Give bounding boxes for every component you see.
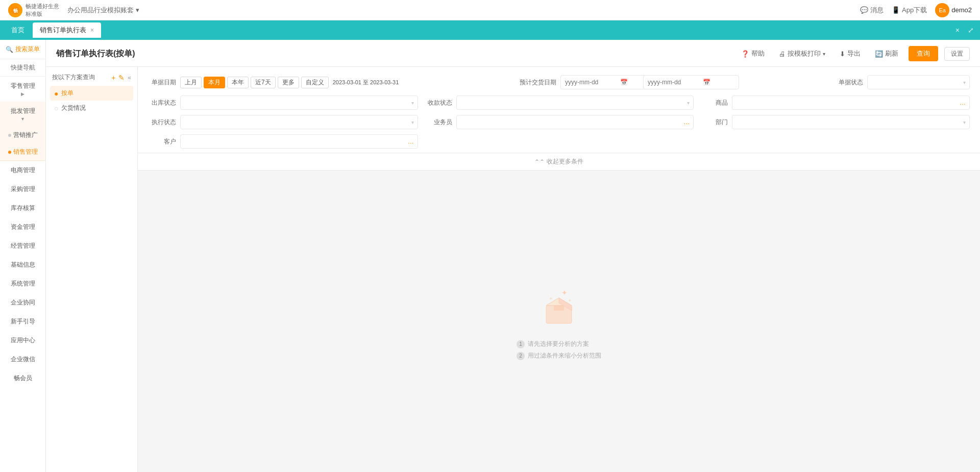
salesperson-input[interactable] [456, 115, 694, 129]
scheme-by-order[interactable]: ● 按单 [50, 86, 133, 101]
svg-text:✦: ✦ [568, 298, 572, 303]
main-content-split: 按以下方案查询 + ✎ « ● 按单 [46, 67, 980, 472]
help-button[interactable]: ❓ 帮助 [737, 47, 769, 60]
help-label: 帮助 [751, 49, 765, 58]
search-icon: 🔍 [6, 46, 13, 53]
sidebar-item-app-center[interactable]: 应用中心 [0, 331, 45, 350]
by-owe-label: 欠货情况 [61, 104, 86, 112]
app-download-action[interactable]: 📱 App下载 [892, 6, 927, 15]
sidebar-item-finance[interactable]: 资金管理 [0, 218, 45, 237]
filter-row-3: 执行状态 ▾ 业务员 … [148, 115, 970, 129]
search-menu[interactable]: 🔍 搜索菜单 [0, 40, 45, 59]
main-layout: 🔍 搜索菜单 快捷导航 零售管理 ▶ 批发管理 ▼ 营销推广 销售管理 [0, 40, 980, 472]
app-center-label: 应用中心 [11, 336, 35, 345]
department-select[interactable] [732, 115, 970, 129]
active-tab-label: 销售订单执行表 [40, 26, 86, 35]
company-arrow-icon: ▾ [136, 6, 139, 14]
sidebar-item-wholesale[interactable]: 批发管理 ▼ [0, 102, 45, 127]
print-label: 按模板打印 [788, 49, 821, 58]
close-tab-icon[interactable]: × [90, 27, 94, 34]
tip-item-1: 1 请先选择要分析的方案 [517, 340, 601, 348]
enterprise-label: 企业协同 [11, 298, 35, 307]
collapse-panel-button[interactable]: « [128, 74, 131, 82]
sidebar-item-operation[interactable]: 经营管理 [0, 237, 45, 255]
expected-date-to[interactable] [643, 75, 739, 89]
expected-date-label: 预计交货日期 [520, 78, 556, 87]
collapse-more-bar[interactable]: ⌃⌃ 收起更多条件 [138, 153, 980, 171]
add-icon: + [111, 74, 115, 82]
maximize-icon[interactable]: ⤢ [966, 24, 976, 36]
order-status-select[interactable] [867, 75, 970, 89]
edit-scheme-button[interactable]: ✎ [118, 74, 125, 82]
stock-status-select[interactable] [180, 96, 418, 110]
date-btn-custom[interactable]: 自定义 [301, 77, 329, 88]
by-order-icon: ● [54, 89, 58, 98]
sidebar-item-retail[interactable]: 零售管理 ▶ [0, 77, 45, 102]
tab-home[interactable]: 首页 [4, 22, 32, 38]
filter-customer: 客户 … [148, 134, 418, 149]
sidebar-item-basic[interactable]: 基础信息 [0, 255, 45, 274]
stock-status-label: 出库状态 [148, 99, 176, 107]
newbie-label: 新手引导 [11, 317, 35, 326]
filter-date-row: 单据日期 上月 本月 本年 近7天 更多 自定义 2023-03-01 至 20… [148, 75, 970, 89]
user-profile[interactable]: Ea demo2 [935, 3, 972, 17]
sidebar-quick-nav-section: 快捷导航 [0, 59, 45, 77]
sidebar-item-marketing[interactable]: 营销推广 [0, 127, 45, 144]
date-btn-this-year[interactable]: 本年 [227, 77, 249, 88]
print-button[interactable]: 🖨 按模板打印 ▾ [775, 47, 829, 60]
message-action[interactable]: 💬 消息 [860, 6, 884, 15]
svg-text:✦: ✦ [549, 296, 553, 301]
sales-label: 销售管理 [13, 148, 38, 156]
left-filter-header: 按以下方案查询 + ✎ « [50, 73, 133, 82]
sidebar-item-newbie[interactable]: 新手引导 [0, 312, 45, 331]
inventory-label: 库存核算 [11, 204, 35, 213]
app-download-label: App下载 [902, 6, 927, 15]
export-button[interactable]: ⬇ 导出 [836, 47, 865, 60]
collapse-more-button[interactable]: ⌃⌃ 收起更多条件 [534, 157, 583, 166]
receipt-status-select[interactable] [456, 96, 694, 110]
company-selector[interactable]: 办公用品行业模拟账套 ▾ [63, 6, 143, 15]
system-label: 系统管理 [11, 279, 35, 288]
calendar-from-icon: 📅 [620, 79, 628, 86]
sidebar-item-inventory[interactable]: 库存核算 [0, 199, 45, 218]
sidebar-item-member[interactable]: 畅会员 [0, 369, 45, 388]
marketing-label: 营销推广 [13, 131, 38, 139]
sidebar-item-enterprise[interactable]: 企业协同 [0, 293, 45, 312]
close-window-icon[interactable]: × [953, 24, 962, 36]
exec-status-select[interactable] [180, 115, 418, 129]
refresh-label: 刷新 [885, 49, 898, 58]
query-button[interactable]: 查询 [909, 46, 938, 61]
date-btn-more[interactable]: 更多 [278, 77, 299, 88]
add-scheme-button[interactable]: + [111, 74, 115, 82]
wholesale-label: 批发管理 [11, 107, 35, 115]
expected-date-from[interactable] [560, 75, 656, 89]
sidebar-item-purchase[interactable]: 采购管理 [0, 180, 45, 199]
salesperson-more-icon[interactable]: … [683, 119, 690, 126]
sidebar-item-wechat[interactable]: 企业微信 [0, 350, 45, 369]
date-filter-buttons: 上月 本月 本年 近7天 更多 自定义 [180, 77, 329, 88]
top-header: 畅 畅捷通好生意 标准版 办公用品行业模拟账套 ▾ 💬 消息 📱 App下载 E… [0, 0, 980, 20]
sidebar-item-sales[interactable]: 销售管理 [0, 144, 45, 160]
scheme-by-owe[interactable]: ○ 欠货情况 [50, 101, 133, 115]
goods-input[interactable] [732, 96, 970, 110]
date-btn-this-month[interactable]: 本月 [204, 77, 225, 88]
sidebar-item-ecommerce[interactable]: 电商管理 [0, 161, 45, 180]
date-btn-7days[interactable]: 近7天 [251, 77, 276, 88]
goods-more-icon[interactable]: … [960, 99, 966, 106]
date-btn-last-month[interactable]: 上月 [180, 77, 202, 88]
logo-text: 畅捷通好生意 标准版 [26, 3, 59, 17]
tip-text-1: 请先选择要分析的方案 [528, 340, 589, 348]
print-arrow-icon: ▾ [823, 51, 825, 57]
ecommerce-label: 电商管理 [11, 166, 35, 175]
sidebar-item-system[interactable]: 系统管理 [0, 274, 45, 293]
settings-button[interactable]: 设置 [944, 47, 970, 61]
filter-stock-status: 出库状态 ▾ [148, 96, 418, 110]
goods-label: 商品 [700, 99, 728, 107]
finance-label: 资金管理 [11, 223, 35, 231]
customer-input[interactable] [180, 134, 418, 149]
refresh-button[interactable]: 🔄 刷新 [871, 47, 902, 60]
customer-more-icon[interactable]: … [408, 138, 414, 145]
tab-sales-order[interactable]: 销售订单执行表 × [33, 22, 101, 38]
marketing-dot-icon [8, 134, 11, 137]
quick-nav[interactable]: 快捷导航 [0, 59, 45, 76]
